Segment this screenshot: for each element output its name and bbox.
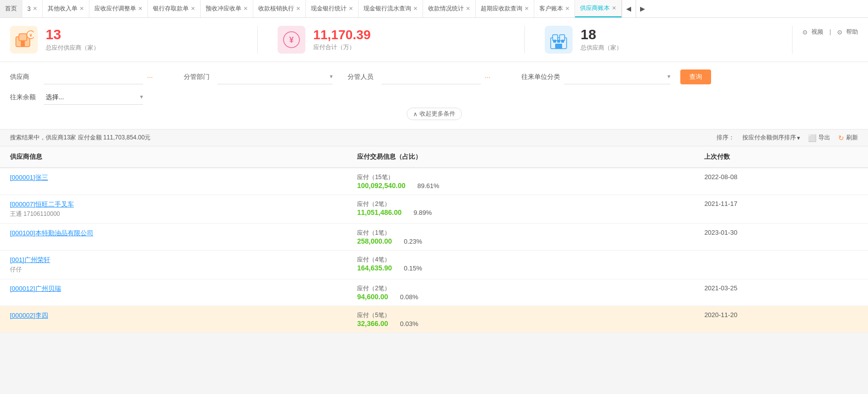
filter-item-category: 往来单位分类 ▾ — [521, 69, 670, 84]
nav-tab-receipt-stat-label: 收款情况统计 — [428, 4, 464, 13]
nav-tab-3[interactable]: 3 ✕ — [22, 0, 43, 17]
refresh-icon: ↻ — [838, 134, 844, 142]
export-action[interactable]: ⬜ 导出 — [808, 133, 830, 142]
sort-label: 排序： — [717, 133, 734, 142]
payable-amount-2[interactable]: 258,000.00 — [357, 237, 392, 245]
payable-label-0: 应付（15笔） — [357, 173, 684, 182]
svg-text:¥: ¥ — [29, 33, 32, 38]
cell-supplier-info-2: [000100]本特勤油品有限公司 — [0, 224, 347, 251]
nav-tab-home[interactable]: 首页 — [0, 0, 22, 17]
nav-tab-advance-receipt[interactable]: 预收冲应收单 ✕ — [201, 0, 253, 17]
cell-supplier-info-5: [000002]李四 — [0, 306, 347, 333]
payable-amount-5[interactable]: 32,366.00 — [357, 320, 388, 328]
payable-amount-1[interactable]: 11,051,486.00 — [357, 208, 402, 216]
refresh-action[interactable]: ↻ 刷新 — [838, 133, 858, 142]
nav-tab-ar-ap-adjust[interactable]: 应收应付调整单 ✕ — [89, 0, 148, 17]
nav-tab-supplier-ledger-close[interactable]: ✕ — [612, 5, 616, 11]
nav-tab-3-close[interactable]: ✕ — [33, 5, 37, 12]
video-link[interactable]: 视频 — [811, 28, 823, 36]
collapse-button[interactable]: ∧ 收起更多条件 — [407, 108, 462, 120]
cell-payable-info-1: 应付（2笔）11,051,486.009.89% — [347, 195, 694, 224]
sort-chevron-icon: ▾ — [797, 134, 800, 141]
svg-text:¥: ¥ — [289, 36, 293, 44]
supplier-link-2[interactable]: [000100]本特勤油品有限公司 — [10, 229, 93, 237]
nav-tab-other-income-label: 其他收入单 — [48, 4, 77, 13]
nav-next-arrow[interactable]: ▶ — [636, 0, 650, 17]
dept-select[interactable] — [217, 69, 330, 84]
nav-tab-cash-bank-flow-close[interactable]: ✕ — [413, 5, 418, 12]
cell-last-payment-5: 2020-11-20 — [694, 306, 868, 333]
nav-tab-bank-deposit[interactable]: 银行存取款单 ✕ — [148, 0, 201, 17]
payable-percent-0: 89.61% — [418, 182, 439, 190]
result-summary: 搜索结果中，供应商13家 应付金额 111,703,854.00元 — [10, 133, 150, 142]
payable-percent-4: 0.08% — [400, 293, 418, 301]
filter-label-category: 往来单位分类 — [521, 72, 560, 81]
nav-tab-customer-ledger-close[interactable]: ✕ — [565, 5, 570, 12]
svg-rect-2 — [21, 41, 25, 47]
table-row: [000012]广州贝瑞应付（2笔）94,600.000.08%2021-03-… — [0, 279, 868, 306]
cell-supplier-info-0: [000001]张三 — [0, 168, 347, 195]
filter-balance-select-wrapper: 选择... ▾ — [44, 89, 143, 105]
stat-icon-payable-total: ¥ — [278, 26, 305, 54]
nav-tab-other-income-close[interactable]: ✕ — [79, 5, 84, 12]
person-dots-icon[interactable]: ··· — [485, 73, 491, 81]
nav-tab-home-label: 首页 — [5, 4, 17, 13]
filter-row-2: 往来余额 选择... ▾ — [10, 89, 858, 105]
category-select[interactable] — [564, 69, 667, 84]
balance-select[interactable]: 选择... — [44, 89, 140, 104]
nav-tab-supplier-ledger-label: 供应商账本 — [580, 4, 610, 12]
nav-tab-bank-deposit-close[interactable]: ✕ — [191, 5, 195, 12]
payable-amount-3[interactable]: 164,635.90 — [357, 264, 392, 272]
nav-tab-ar-ap-adjust-close[interactable]: ✕ — [138, 5, 143, 12]
stat-number-suppliers-payable: 13 — [46, 28, 99, 42]
cell-supplier-info-4: [000012]广州贝瑞 — [0, 279, 347, 306]
sort-select-wrapper[interactable]: 按应付余额倒序排序 ▾ — [742, 133, 800, 142]
nav-tab-receipt-stat-close[interactable]: ✕ — [466, 5, 470, 12]
nav-tab-overdue-ar-close[interactable]: ✕ — [524, 5, 529, 12]
stat-block-payable-total: ¥ 11,170.39 应付合计（万） — [258, 26, 525, 54]
svg-rect-10 — [553, 40, 556, 43]
cell-payable-info-0: 应付（15笔）100,092,540.0089.61% — [347, 168, 694, 195]
payable-amount-0[interactable]: 100,092,540.00 — [357, 182, 405, 190]
nav-tab-receipt-stat[interactable]: 收款情况统计 ✕ — [423, 0, 476, 17]
payable-amount-4[interactable]: 94,600.00 — [357, 293, 388, 301]
nav-tab-3-label: 3 — [27, 5, 31, 12]
filter-label-supplier: 供应商 — [10, 72, 40, 81]
nav-tab-other-income[interactable]: 其他收入单 ✕ — [43, 0, 89, 17]
nav-tab-receipt-verify-close[interactable]: ✕ — [296, 5, 300, 12]
sort-current-label: 按应付余额倒序排序 — [742, 133, 796, 142]
supplier-link-1[interactable]: [000007]恒旺二手叉车 — [10, 200, 74, 208]
payable-percent-2: 0.23% — [404, 238, 422, 245]
stat-info-payable-total: 11,170.39 应付合计（万） — [313, 28, 371, 52]
filter-label-person: 分管人员 — [348, 72, 377, 81]
payable-label-2: 应付（1笔） — [357, 229, 684, 237]
nav-tab-customer-ledger[interactable]: 客户账本 ✕ — [534, 0, 575, 17]
help-link[interactable]: 帮助 — [846, 28, 858, 36]
supplier-link-5[interactable]: [000002]李四 — [10, 312, 48, 319]
nav-tab-overdue-ar[interactable]: 超期应收款查询 ✕ — [476, 0, 534, 17]
nav-tab-cash-bank-stat[interactable]: 现金银行统计 ✕ — [306, 0, 359, 17]
supplier-sub-3: 仔仔 — [10, 265, 337, 274]
supplier-dots-icon[interactable]: ··· — [147, 73, 153, 81]
cell-payable-info-4: 应付（2笔）94,600.000.08% — [347, 279, 694, 306]
nav-tab-supplier-ledger[interactable]: 供应商账本 ✕ — [575, 0, 622, 17]
nav-tab-receipt-verify[interactable]: 收款核销执行 ✕ — [253, 0, 306, 17]
nav-tab-bank-deposit-label: 银行存取款单 — [153, 4, 189, 13]
payable-label-1: 应付（2笔） — [357, 200, 684, 208]
payable-percent-1: 9.89% — [414, 209, 432, 216]
supplier-link-3[interactable]: [001]广州荣轩 — [10, 256, 50, 263]
nav-tab-cash-bank-flow[interactable]: 现金银行流水查询 ✕ — [359, 0, 423, 17]
person-input[interactable] — [381, 69, 481, 84]
nav-tab-cash-bank-stat-label: 现金银行统计 — [311, 4, 347, 13]
supplier-input[interactable] — [44, 69, 143, 84]
nav-prev-arrow[interactable]: ◀ — [622, 0, 636, 17]
filter-label-balance: 往来余额 — [10, 93, 40, 102]
cell-supplier-info-3: [001]广州荣轩仔仔 — [0, 251, 347, 279]
category-chevron-icon: ▾ — [667, 73, 670, 80]
search-button[interactable]: 查询 — [680, 69, 711, 84]
nav-tab-cash-bank-stat-close[interactable]: ✕ — [349, 5, 353, 12]
supplier-link-0[interactable]: [000001]张三 — [10, 174, 48, 181]
supplier-link-4[interactable]: [000012]广州贝瑞 — [10, 285, 61, 292]
stat-block-total-suppliers: 18 总供应商（家） — [525, 26, 793, 54]
nav-tab-advance-receipt-close[interactable]: ✕ — [243, 5, 248, 12]
